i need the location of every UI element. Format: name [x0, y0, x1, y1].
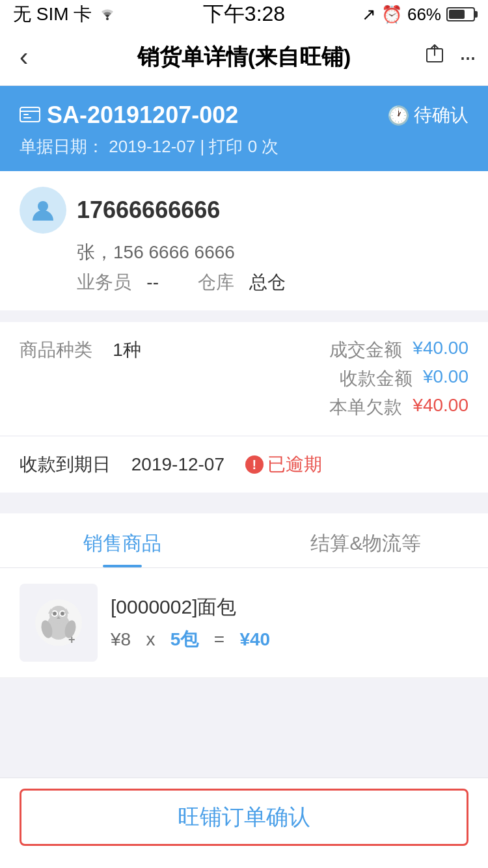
overdue-icon: !: [245, 455, 264, 474]
alarm-icon: ⏰: [381, 5, 402, 25]
status-right: ↗ ⏰ 66%: [362, 5, 475, 25]
summary-left: 商品种类 1种: [20, 338, 141, 362]
customer-section: 17666666666 张，156 6666 6666 业务员 -- 仓库 总仓: [0, 171, 488, 310]
overdue-text: 已逾期: [267, 452, 322, 477]
sales-label: 业务员: [77, 272, 131, 292]
warehouse-label: 仓库: [198, 272, 234, 292]
page-title: 销货单详情(来自旺铺): [137, 42, 351, 72]
order-icon: [20, 102, 40, 129]
product-thumbnail: +: [20, 584, 98, 662]
avatar: [20, 187, 66, 234]
duedate-section: 收款到期日 2019-12-07 ! 已逾期: [0, 437, 488, 493]
nav-actions: ···: [423, 42, 475, 72]
product-price: ¥8 x 5包 = ¥40: [111, 627, 468, 652]
quantity: 5包: [170, 629, 199, 649]
svg-point-5: [38, 201, 48, 211]
battery-icon: [446, 7, 475, 21]
product-type-row: 商品种类 1种: [20, 338, 141, 362]
tabs-bar: 销售商品 结算&物流等: [0, 513, 488, 568]
date-label: 单据日期：: [20, 137, 104, 156]
owed-label: 本单欠款: [329, 395, 402, 420]
svg-rect-3: [23, 114, 29, 115]
back-button[interactable]: ‹: [13, 42, 34, 72]
sales-info: 业务员 --: [77, 270, 159, 295]
tab-sales-product[interactable]: 销售商品: [0, 513, 244, 567]
warehouse-info: 仓库 总仓: [198, 270, 286, 295]
amount-value: ¥40.00: [413, 338, 468, 362]
print-count: | 打印 0 次: [200, 137, 278, 156]
customer-meta: 业务员 -- 仓库 总仓: [77, 270, 468, 295]
owed-value: ¥40.00: [413, 395, 468, 420]
duedate-label: 收款到期日: [20, 452, 111, 477]
amount-row: 成交金额 ¥40.00: [329, 338, 468, 362]
product-type-value: 1种: [113, 340, 141, 360]
divider-2: [0, 503, 488, 513]
product-info: [0000002]面包 ¥8 x 5包 = ¥40: [111, 584, 468, 662]
svg-point-0: [106, 18, 109, 20]
received-row: 收款金额 ¥0.00: [340, 366, 468, 391]
summary-section: 商品种类 1种 成交金额 ¥40.00 收款金额 ¥0.00 本单欠款 ¥40.…: [0, 322, 488, 435]
order-header: SA-20191207-002 🕐 待确认 单据日期： 2019-12-07 |…: [0, 86, 488, 171]
time-display: 下午3:28: [203, 0, 285, 29]
warehouse-value: 总仓: [249, 272, 286, 292]
customer-phone: 17666666666: [77, 197, 220, 224]
location-icon: ↗: [362, 5, 376, 25]
order-date-row: 单据日期： 2019-12-07 | 打印 0 次: [20, 135, 468, 158]
svg-rect-2: [20, 107, 40, 122]
status-left: 无 SIM 卡: [13, 2, 118, 27]
divider-1: [0, 312, 488, 322]
duedate-value: 2019-12-07: [131, 454, 224, 475]
received-value: ¥0.00: [423, 366, 468, 391]
multiply-sign: x: [146, 629, 156, 649]
svg-rect-4: [23, 117, 31, 118]
product-name: [0000002]面包: [111, 594, 468, 621]
share-icon[interactable]: [423, 42, 446, 72]
received-label: 收款金额: [340, 366, 413, 391]
sales-value: --: [146, 272, 159, 292]
product-list: + [0000002]面包 ¥8 x 5包 = ¥40: [0, 568, 488, 678]
overdue-badge: ! 已逾期: [245, 452, 322, 477]
svg-text:+: +: [68, 633, 75, 646]
tab-settlement[interactable]: 结算&物流等: [244, 513, 488, 567]
confirm-button-wrapper: 旺铺订单确认: [0, 778, 488, 868]
status-text: 待确认: [414, 103, 468, 128]
order-number: SA-20191207-002: [47, 102, 238, 129]
nav-bar: ‹ 销货单详情(来自旺铺) ···: [0, 29, 488, 86]
total-price: ¥40: [239, 629, 270, 649]
equals-sign: =: [214, 629, 224, 649]
wifi-icon: [97, 4, 118, 25]
status-bar: 无 SIM 卡 下午3:28 ↗ ⏰ 66%: [0, 0, 488, 29]
carrier-text: 无 SIM 卡: [13, 2, 92, 27]
amount-label: 成交金额: [329, 338, 402, 362]
order-id-row: SA-20191207-002: [20, 102, 238, 129]
customer-row: 17666666666: [20, 187, 468, 234]
more-icon[interactable]: ···: [459, 44, 475, 71]
price-unit: ¥8: [111, 629, 131, 649]
summary-right: 成交金额 ¥40.00 收款金额 ¥0.00 本单欠款 ¥40.00: [329, 338, 468, 420]
table-row: + [0000002]面包 ¥8 x 5包 = ¥40: [0, 568, 488, 678]
tab-settlement-label: 结算&物流等: [310, 532, 421, 554]
order-status: 🕐 待确认: [387, 103, 468, 128]
order-date-value: 2019-12-07: [109, 137, 195, 156]
status-clock-icon: 🕐: [387, 105, 410, 126]
tab-sales-label: 销售商品: [83, 532, 161, 554]
customer-name-phone: 张，156 6666 6666: [77, 240, 468, 265]
confirm-order-button[interactable]: 旺铺订单确认: [20, 789, 468, 846]
battery-percentage: 66%: [407, 5, 441, 25]
product-type-label: 商品种类: [20, 340, 92, 360]
owed-row: 本单欠款 ¥40.00: [329, 395, 468, 420]
